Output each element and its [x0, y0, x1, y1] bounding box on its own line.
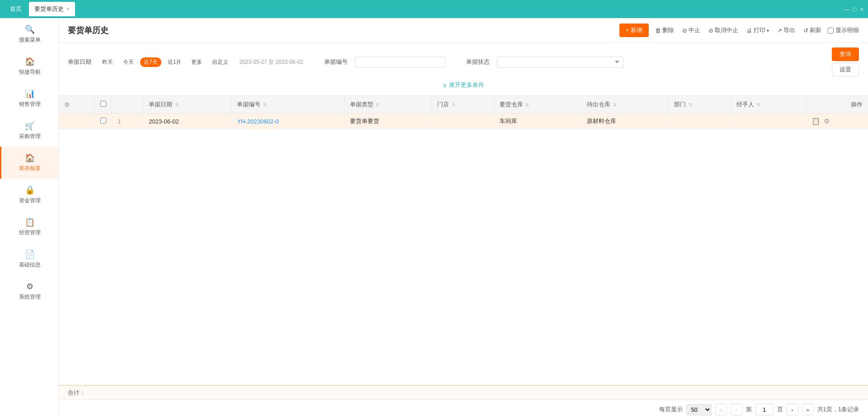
sidebar-item-search[interactable]: 🔍 搜索菜单	[0, 18, 58, 50]
sort-arrows-req: ⇅	[525, 102, 529, 107]
export-icon: ↗	[777, 27, 782, 34]
row-more-icon[interactable]: ⚙	[824, 117, 830, 125]
table-header-row: ⚙ 单据日期 ⇅ 单据编号 ⇅	[59, 96, 868, 114]
footer-bar: 合计：	[59, 385, 868, 400]
window-controls: — □ ×	[844, 6, 863, 13]
sidebar-item-basic[interactable]: 📄 基础信息	[0, 243, 58, 275]
tab-requisition-history[interactable]: 要货单历史 ×	[29, 2, 75, 16]
doc-no-input[interactable]	[355, 57, 445, 68]
table-row: 1 2023-06-02 YH-20230602-0 要货单要货 车间库 原材料…	[59, 114, 868, 129]
filter-row-1: 单据日期 昨天 今天 近7天 近1月 更多 自定义 2023-05-27 至 2…	[68, 48, 859, 76]
display-toggle[interactable]: 显示明细	[828, 26, 859, 34]
row-checkbox[interactable]	[100, 118, 106, 124]
expand-label: 展开更多条件	[449, 81, 484, 89]
sidebar-item-inventory[interactable]: 🏠 库存核算	[0, 147, 58, 179]
sidebar: 🔍 搜索菜单 🏠 快捷导航 📊 销售管理 🛒 采购管理 🏠 库存核算 🔒 资金管…	[0, 18, 59, 419]
display-detail-label: 显示明细	[835, 26, 859, 34]
td-dept	[669, 114, 731, 129]
date-filter-today[interactable]: 今天	[119, 57, 137, 67]
close-tab-btn[interactable]: ×	[66, 6, 70, 12]
page-label-before: 第	[746, 405, 752, 414]
refresh-icon: ↺	[803, 27, 808, 34]
page-input[interactable]	[755, 404, 774, 415]
maximize-btn[interactable]: □	[853, 6, 857, 13]
th-date-label: 单据日期	[149, 101, 172, 108]
new-button[interactable]: + 新增	[619, 24, 649, 37]
sidebar-item-purchase[interactable]: 🛒 采购管理	[0, 114, 58, 147]
page-label-after: 页	[777, 405, 783, 414]
table-settings-icon[interactable]: ⚙	[64, 101, 70, 108]
th-doc-no[interactable]: 单据编号 ⇅	[231, 96, 344, 114]
select-all-checkbox[interactable]	[100, 101, 106, 107]
sidebar-item-system[interactable]: ⚙ 系统管理	[0, 275, 58, 307]
print-icon: 🖨	[746, 27, 752, 34]
th-settings[interactable]: ⚙	[59, 96, 95, 114]
expand-more-btn[interactable]: ∨ 展开更多条件	[68, 79, 859, 91]
delete-button[interactable]: 🗑 删除	[653, 26, 676, 34]
th-doc-no-label: 单据编号	[237, 101, 260, 108]
date-filter-custom[interactable]: 自定义	[208, 57, 232, 67]
doc-no-link[interactable]: YH-20230602-0	[237, 118, 278, 125]
inventory-icon: 🏠	[25, 153, 35, 163]
export-button[interactable]: ↗ 导出	[775, 26, 797, 34]
date-filter-options: 昨天 今天 近7天 近1月 更多 自定义	[99, 57, 232, 67]
th-req-warehouse[interactable]: 要货仓库 ⇅	[494, 96, 581, 114]
date-filter-label: 单据日期	[68, 58, 91, 66]
th-action: 操作	[806, 96, 868, 114]
first-page-btn[interactable]: «	[715, 404, 727, 415]
print-button[interactable]: 🖨 打印 ▾	[745, 26, 771, 34]
content-area: 要货单历史 + 新增 🗑 删除 ⊘ 中止 ⊘ 取消中止 🖨 打印	[59, 18, 868, 419]
filter-actions: 查询 设置	[832, 48, 859, 76]
refresh-label: 刷新	[810, 26, 821, 34]
pagination-bar: 每页显示 20 50 100 « ‹ 第 页 › » 共1页，1条记录	[59, 400, 868, 419]
refresh-button[interactable]: ↺ 刷新	[802, 26, 823, 34]
sidebar-item-nav[interactable]: 🏠 快捷导航	[0, 50, 58, 82]
sidebar-sales-label: 销售管理	[19, 100, 41, 108]
sort-arrows-docno: ⇅	[263, 102, 267, 107]
main-layout: 🔍 搜索菜单 🏠 快捷导航 📊 销售管理 🛒 采购管理 🏠 库存核算 🔒 资金管…	[0, 18, 868, 419]
sidebar-operations-label: 经营管理	[19, 229, 41, 237]
th-checkbox	[95, 96, 112, 114]
settings-button[interactable]: 设置	[832, 63, 859, 76]
th-store[interactable]: 门店 ⇅	[431, 96, 494, 114]
last-page-btn[interactable]: »	[802, 404, 814, 415]
sidebar-purchase-label: 采购管理	[19, 133, 41, 140]
td-empty	[59, 114, 95, 129]
th-wait-warehouse-label: 待出仓库	[587, 101, 610, 108]
doc-no-label: 单据编号	[324, 58, 348, 66]
td-store	[431, 114, 494, 129]
status-select[interactable]	[497, 57, 623, 68]
th-date[interactable]: 单据日期 ⇅	[143, 96, 231, 114]
cancel-suspend-button[interactable]: ⊘ 取消中止	[707, 26, 740, 34]
finance-icon: 🔒	[25, 185, 35, 195]
date-filter-more[interactable]: 更多	[188, 57, 206, 67]
prev-page-btn[interactable]: ‹	[731, 404, 742, 415]
th-dept[interactable]: 部门 ⇅	[669, 96, 731, 114]
th-wait-warehouse[interactable]: 待出仓库 ⇅	[581, 96, 669, 114]
date-filter-yesterday[interactable]: 昨天	[99, 57, 117, 67]
th-req-warehouse-label: 要货仓库	[500, 101, 523, 108]
print-label: 打印	[754, 26, 765, 34]
row-view-icon[interactable]: 📋	[811, 117, 820, 125]
th-doc-type-label: 单据类型	[350, 101, 373, 108]
sidebar-item-operations[interactable]: 📋 经营管理	[0, 211, 58, 243]
query-button[interactable]: 查询	[832, 48, 859, 61]
suspend-label: 中止	[689, 26, 700, 34]
suspend-button[interactable]: ⊘ 中止	[680, 26, 702, 34]
date-filter-7days[interactable]: 近7天	[140, 57, 161, 67]
sidebar-basic-label: 基础信息	[19, 261, 41, 269]
sidebar-item-sales[interactable]: 📊 销售管理	[0, 82, 58, 114]
date-filter-1month[interactable]: 近1月	[164, 57, 185, 67]
tab-home[interactable]: 首页	[5, 2, 27, 16]
window-close-btn[interactable]: ×	[860, 6, 863, 13]
sidebar-item-finance[interactable]: 🔒 资金管理	[0, 179, 58, 211]
next-page-btn[interactable]: ›	[787, 404, 798, 415]
sort-arrows-date: ⇅	[175, 102, 179, 107]
page-size-select[interactable]: 20 50 100	[686, 404, 712, 415]
td-handler	[731, 114, 806, 129]
th-doc-type[interactable]: 单据类型 ⇅	[344, 96, 431, 114]
display-detail-checkbox[interactable]	[828, 28, 834, 33]
sort-arrows-store: ⇅	[452, 102, 455, 107]
th-handler[interactable]: 经手人 ⇅	[731, 96, 806, 114]
minimize-btn[interactable]: —	[844, 6, 849, 13]
